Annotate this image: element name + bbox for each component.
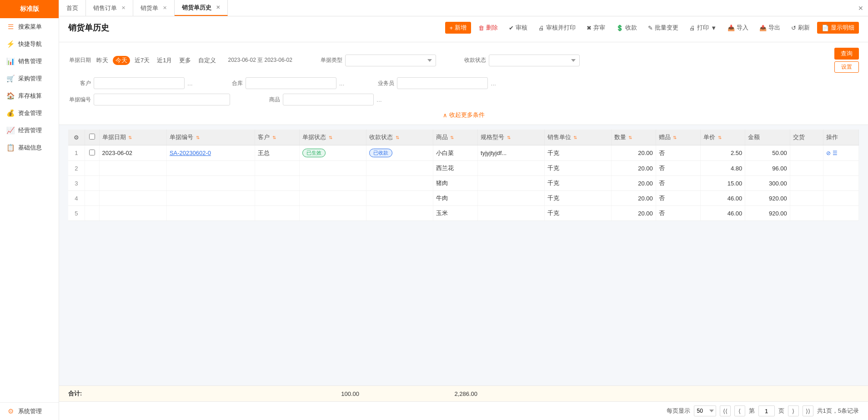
row-doc-date-1 <box>99 161 166 176</box>
first-page-btn[interactable]: ⟨⟨ <box>720 405 731 416</box>
batch-change-button[interactable]: ✎ 批量变更 <box>644 22 682 34</box>
warehouse-label: 合库 <box>220 80 243 87</box>
tab-home[interactable]: 首页 <box>59 0 86 16</box>
audit-print-button[interactable]: 🖨 审核并打印 <box>535 22 579 34</box>
col-gift[interactable]: 赠品 ⇅ <box>656 130 700 145</box>
customer-ellipsis[interactable]: ... <box>187 80 193 87</box>
col-collect-status[interactable]: 收款状态 ⇅ <box>366 130 433 145</box>
date-tag-today[interactable]: 今天 <box>113 56 130 65</box>
next-page-btn[interactable]: ⟩ <box>788 405 799 416</box>
col-check[interactable] <box>85 130 99 145</box>
sidebar-item-label: 快捷导航 <box>18 40 42 48</box>
date-tag-custom[interactable]: 自定义 <box>196 56 219 65</box>
audit-button[interactable]: ✔ 审核 <box>505 22 531 34</box>
col-spec[interactable]: 规格型号 ⇅ <box>478 130 545 145</box>
sidebar-item-search-menu[interactable]: ☰ 搜索菜单 <box>0 18 59 35</box>
sidebar-item-sales-mgmt[interactable]: 📊 销售管理 <box>0 53 59 70</box>
warehouse-input[interactable] <box>246 77 336 89</box>
sidebar-item-operation[interactable]: 📈 经营管理 <box>0 122 59 139</box>
table-footer: 合计: 100.00 2,286.00 <box>59 385 868 401</box>
row-checkbox[interactable] <box>89 150 95 155</box>
row-doc-no-0[interactable]: SA-20230602-0 <box>166 145 255 161</box>
sidebar-item-finance[interactable]: 💰 资金管理 <box>0 105 59 122</box>
row-check-1[interactable] <box>85 161 99 176</box>
col-price[interactable]: 单价 ⇅ <box>701 130 745 145</box>
sort-icon: ⇅ <box>329 135 332 140</box>
col-doc-date[interactable]: 单据日期 ⇅ <box>99 130 166 145</box>
sidebar-item-quick-nav[interactable]: ⚡ 快捷导航 <box>0 35 59 53</box>
sort-icon: ⇅ <box>396 135 399 140</box>
goods-ellipsis[interactable]: ... <box>376 96 382 103</box>
col-doc-no[interactable]: 单据编号 ⇅ <box>166 130 255 145</box>
col-customer[interactable]: 客户 ⇅ <box>255 130 300 145</box>
row-check-3[interactable] <box>85 191 99 206</box>
tab-sales-order[interactable]: 销售订单 ✕ <box>86 0 133 16</box>
add-icon: + <box>450 25 453 31</box>
goods-label: 商品 <box>257 96 280 104</box>
last-page-btn[interactable]: ⟩⟩ <box>803 405 813 416</box>
window-close-btn[interactable]: ✕ <box>853 0 868 16</box>
row-check-4[interactable] <box>85 206 99 221</box>
tab-sales-delivery-close[interactable]: ✕ <box>163 5 167 11</box>
sidebar-item-inventory[interactable]: 🏠 库存核算 <box>0 87 59 105</box>
show-detail-button[interactable]: 📄 显示明细 <box>817 22 859 34</box>
row-unit-4: 千克 <box>544 206 611 221</box>
import-button[interactable]: 📥 导入 <box>724 22 752 34</box>
more-btn[interactable]: ☰ <box>833 150 838 156</box>
tab-sales-delivery[interactable]: 销货单 ✕ <box>133 0 175 16</box>
settings-button[interactable]: 设置 <box>834 61 859 73</box>
date-filter-group: 单据日期 昨天 今天 近7天 近1月 更多 自定义 <box>68 56 219 65</box>
row-check-0[interactable] <box>85 145 99 161</box>
row-qty-1: 20.00 <box>611 161 656 176</box>
sidebar-item-basic-info[interactable]: 📋 基础信息 <box>0 139 59 156</box>
doc-type-select[interactable] <box>345 55 436 66</box>
business-filter-group: 业务员 ... <box>371 77 496 89</box>
edit-btn[interactable]: ⊘ <box>826 150 831 156</box>
date-tag-7days[interactable]: 近7天 <box>132 56 152 65</box>
collect-button[interactable]: 💲 收款 <box>612 22 641 34</box>
sidebar-item-label: 库存核算 <box>18 92 42 100</box>
row-doc-no-1[interactable] <box>166 161 255 176</box>
row-doc-no-3[interactable] <box>166 191 255 206</box>
per-page-select[interactable]: 50 20 100 <box>694 405 716 416</box>
row-collect-status-2 <box>366 176 433 191</box>
doc-no-input[interactable] <box>94 94 230 105</box>
col-qty[interactable]: 数量 ⇅ <box>611 130 656 145</box>
collect-status-label: 收款状态 <box>463 56 486 64</box>
sidebar-item-sys-mgmt[interactable]: ⚙ 系统管理 <box>0 402 59 420</box>
goods-input[interactable] <box>283 94 374 105</box>
business-ellipsis[interactable]: ... <box>491 80 496 87</box>
export-button[interactable]: 📤 导出 <box>756 22 784 34</box>
collect-status-select[interactable] <box>489 55 580 66</box>
row-check-2[interactable] <box>85 176 99 191</box>
delete-button[interactable]: 🗑 删除 <box>475 22 502 34</box>
col-unit[interactable]: 销售单位 ⇅ <box>544 130 611 145</box>
current-page-input[interactable] <box>758 405 775 416</box>
print-button[interactable]: 🖨 打印 ▼ <box>686 22 720 34</box>
date-tag-1month[interactable]: 近1月 <box>154 56 175 65</box>
tab-sales-order-close[interactable]: ✕ <box>121 5 125 11</box>
refresh-button[interactable]: ↺ 刷新 <box>788 22 813 34</box>
row-doc-status-3 <box>300 191 366 206</box>
prev-page-btn[interactable]: ⟨ <box>734 405 745 416</box>
col-goods[interactable]: 商品 ⇅ <box>433 130 477 145</box>
select-all-checkbox[interactable] <box>89 134 95 140</box>
col-gear[interactable]: ⚙ <box>68 130 85 145</box>
abandon-button[interactable]: ✖ 弃审 <box>583 22 609 34</box>
row-doc-no-4[interactable] <box>166 206 255 221</box>
tab-sales-history[interactable]: 销货单历史 ✕ <box>175 0 228 16</box>
customer-input[interactable] <box>94 77 185 89</box>
date-tag-more[interactable]: 更多 <box>176 56 194 65</box>
collapse-button[interactable]: ∧ 收起更多条件 <box>443 111 485 119</box>
warehouse-ellipsis[interactable]: ... <box>339 80 345 87</box>
business-input[interactable] <box>397 77 488 89</box>
sidebar-item-label: 资金管理 <box>18 109 42 117</box>
query-button[interactable]: 查询 <box>834 48 859 60</box>
tab-sales-history-close[interactable]: ✕ <box>216 5 220 10</box>
sidebar-item-purchase-mgmt[interactable]: 🛒 采购管理 <box>0 70 59 87</box>
add-button[interactable]: + 新增 <box>445 22 472 34</box>
date-tag-yesterday[interactable]: 昨天 <box>94 56 111 65</box>
col-doc-status[interactable]: 单据状态 ⇅ <box>300 130 366 145</box>
row-doc-no-2[interactable] <box>166 176 255 191</box>
table-row: 2 西兰花 千克 20.00 否 4.80 96.00 <box>68 161 859 176</box>
